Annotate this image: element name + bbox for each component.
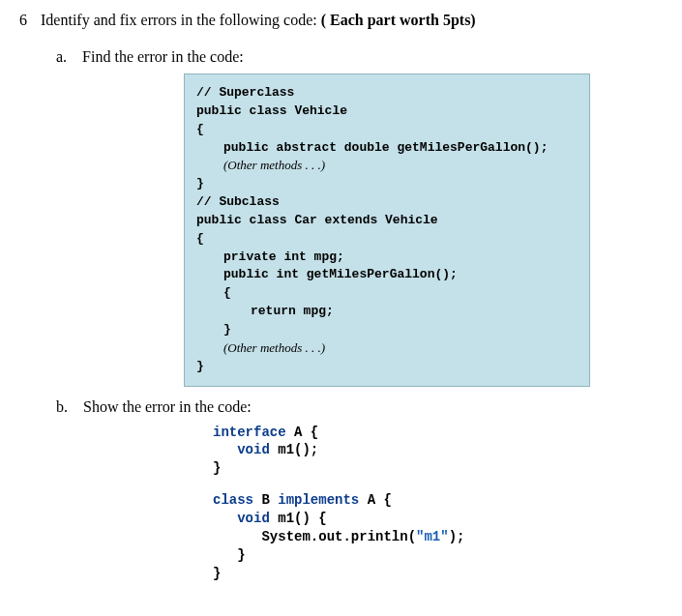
- code-line: }: [213, 565, 663, 583]
- code-line: private int mpg;: [196, 249, 578, 267]
- code-line: // Superclass: [196, 84, 578, 103]
- code-line: public int getMilesPerGallon();: [196, 266, 578, 284]
- spacer: [213, 478, 663, 491]
- code-line: System.out.println("m1");: [213, 528, 663, 546]
- code-line: public abstract double getMilesPerGallon…: [196, 139, 578, 158]
- part-a-prompt: Find the error in the code:: [82, 48, 244, 66]
- question-number: 6: [19, 12, 27, 29]
- code-line: }: [196, 175, 578, 193]
- code-line: }: [213, 546, 663, 565]
- code-line: public class Vehicle: [196, 103, 578, 121]
- code-line: }: [196, 321, 578, 339]
- code-line: void m1();: [213, 441, 663, 459]
- code-text: System.out.println(: [261, 529, 416, 544]
- code-line: interface A {: [213, 424, 663, 442]
- code-line: {: [196, 284, 578, 303]
- code-line: class B implements A {: [213, 491, 663, 510]
- keyword-implements: implements: [278, 492, 359, 508]
- code-text: );: [449, 529, 465, 544]
- code-line: (Other methods . . .): [196, 157, 578, 175]
- part-b-header: b. Show the error in the code:: [56, 398, 663, 416]
- question-header: 6 Identify and fix errors in the followi…: [19, 12, 663, 29]
- question-text-bold: ( Each part worth 5pts): [321, 12, 476, 28]
- code-line: {: [196, 230, 578, 249]
- question-text-prefix: Identify and fix errors in the following…: [41, 12, 321, 28]
- code-line: {: [196, 121, 578, 139]
- code-line: void m1() {: [213, 510, 663, 528]
- question-text: Identify and fix errors in the following…: [41, 12, 476, 29]
- part-a-header: a. Find the error in the code:: [56, 48, 663, 66]
- part-b-letter: b.: [56, 398, 68, 416]
- code-line: }: [196, 358, 578, 376]
- code-text: m1();: [270, 442, 318, 457]
- string-literal: "m1": [416, 529, 449, 544]
- keyword-void: void: [237, 442, 270, 457]
- code-text: }: [237, 547, 245, 563]
- part-a-letter: a.: [56, 48, 67, 66]
- code-text: A {: [286, 425, 319, 440]
- part-b-prompt: Show the error in the code:: [83, 398, 252, 416]
- keyword-class: class: [213, 492, 253, 508]
- code-text: m1() {: [270, 511, 327, 526]
- code-line: return mpg;: [196, 303, 578, 321]
- keyword-void: void: [237, 511, 270, 526]
- code-text: A {: [359, 492, 392, 508]
- code-line: (Other methods . . .): [196, 339, 578, 358]
- keyword-interface: interface: [213, 425, 286, 440]
- code-block-a: // Superclass public class Vehicle { pub…: [184, 73, 590, 387]
- code-line: // Subclass: [196, 193, 578, 212]
- code-text: B: [253, 492, 278, 508]
- code-block-b: interface A { void m1(); } class B imple…: [213, 424, 663, 583]
- code-line: }: [213, 459, 663, 478]
- code-line: public class Car extends Vehicle: [196, 212, 578, 230]
